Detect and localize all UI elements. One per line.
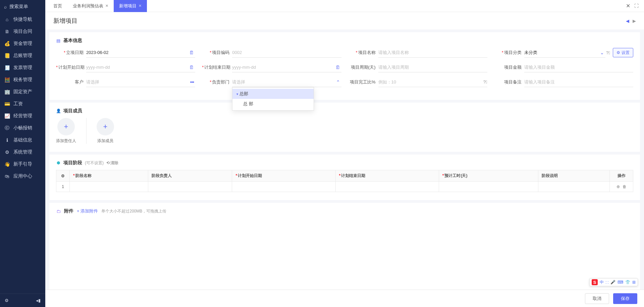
sidebar-search[interactable]: ⌕ 搜索菜单: [0, 0, 45, 13]
cell-desc[interactable]: [538, 182, 609, 192]
cell-plan-start[interactable]: [232, 182, 335, 192]
ime-skin-icon[interactable]: 👕: [625, 280, 630, 285]
remark-input[interactable]: [524, 77, 633, 87]
cell-name[interactable]: [70, 182, 148, 192]
plan-end-input[interactable]: 🗓: [232, 62, 341, 72]
settings-icon[interactable]: ⚙: [5, 298, 9, 303]
ime-punct-icon[interactable]: ⸬: [606, 280, 608, 285]
sidebar-item-invoice[interactable]: 🧾发票管理: [0, 62, 45, 74]
customer-select[interactable]: 请选择 •••: [86, 77, 195, 87]
add-row-icon[interactable]: ⊕: [616, 184, 620, 189]
dropdown-option[interactable]: ▾ 总部: [232, 89, 314, 99]
name-field[interactable]: [378, 50, 487, 55]
form-icon: ▤: [56, 38, 61, 43]
field-category: *项目分类 未分类 ⌄ ?⃝ ⚙设置: [494, 48, 633, 58]
help-icon[interactable]: ?⃝: [483, 79, 487, 84]
th-owner: 阶段负责人: [148, 170, 232, 182]
cell-plan-end[interactable]: [335, 182, 439, 192]
chevron-down-icon[interactable]: ⌄: [599, 50, 605, 55]
code-field[interactable]: [232, 50, 341, 55]
sidebar-item-basic[interactable]: ℹ基础信息: [0, 134, 45, 146]
close-icon[interactable]: ✕: [105, 4, 108, 8]
config-button[interactable]: ⚙设置: [613, 48, 633, 57]
category-select[interactable]: 未分类 ⌄: [524, 48, 605, 58]
fullscreen-icon[interactable]: ⛶: [634, 3, 639, 8]
cancel-button[interactable]: 取消: [585, 293, 609, 304]
collapse-icon[interactable]: ◂▮: [36, 298, 41, 303]
date-input[interactable]: 2023-06-02 🗓: [86, 48, 195, 58]
section-title: 项目阶段: [63, 160, 82, 166]
plan-start-input[interactable]: 🗓: [86, 62, 195, 72]
next-icon[interactable]: ▶: [633, 18, 636, 23]
option-label: 总部: [239, 91, 248, 97]
th-gear[interactable]: ⚙: [56, 170, 70, 182]
sidebar-item-asset[interactable]: 🏢固定资产: [0, 86, 45, 98]
search-icon: ⌕: [4, 4, 7, 9]
ime-badge[interactable]: S 中 ⸬ 🎤 ⌨ 👕 ⊞: [589, 278, 638, 286]
cell-owner[interactable]: [148, 182, 232, 192]
ime-lang[interactable]: 中: [600, 280, 604, 285]
home-icon: ⌂: [4, 16, 10, 22]
add-owner-button[interactable]: +: [57, 118, 75, 135]
optional-hint: (可不设置): [85, 160, 104, 166]
tab-new-project[interactable]: 新增项目✕: [114, 0, 147, 12]
code-input[interactable]: [232, 48, 341, 58]
sidebar-item-ledger[interactable]: 📒总账管理: [0, 50, 45, 62]
document-icon: 🗎: [4, 28, 10, 35]
ime-grid-icon[interactable]: ⊞: [632, 280, 636, 285]
cell-hours[interactable]: [439, 182, 538, 192]
plan-end-field[interactable]: [232, 65, 334, 70]
sidebar-item-fund[interactable]: 💰资金管理: [0, 38, 45, 50]
plan-start-field[interactable]: [86, 65, 188, 70]
sidebar-item-tax[interactable]: 🧮税务管理: [0, 74, 45, 86]
page-title: 新增项目: [53, 17, 77, 25]
sidebar-item-salary[interactable]: 💳工资: [0, 98, 45, 110]
sidebar-item-guide[interactable]: 👋新手引导: [0, 158, 45, 170]
calendar-icon[interactable]: 🗓: [334, 65, 341, 70]
amount-field[interactable]: [524, 65, 633, 70]
sidebar-item-manage[interactable]: 📈经营管理: [0, 110, 45, 122]
progress-field[interactable]: [378, 79, 483, 84]
dept-select[interactable]: 请选择 ⌃ ▾ 总部 总 部: [232, 77, 341, 87]
add-member-button[interactable]: +: [97, 118, 114, 135]
add-owner: + 添加责任人: [56, 118, 76, 144]
tab-label: 业务利润预估表: [73, 3, 103, 9]
progress-input[interactable]: ?⃝: [378, 77, 487, 87]
clear-icon: ⟲: [106, 161, 110, 165]
folder-icon: 🗀: [56, 209, 61, 213]
tabs: 首页 业务利润预估表✕ 新增项目✕ ✕ ⛶: [45, 0, 644, 12]
clear-button[interactable]: ⟲清除: [106, 160, 118, 166]
sidebar-item-quicknav[interactable]: ⌂快捷导航: [0, 13, 45, 25]
add-attachment-button[interactable]: + 添加附件: [77, 208, 98, 214]
calendar-icon[interactable]: 🗓: [188, 65, 195, 70]
sidebar-item-expense[interactable]: ⓒ小畅报销: [0, 122, 45, 134]
cycle-field[interactable]: [378, 65, 487, 70]
amount-input[interactable]: [524, 62, 633, 72]
sidebar-item-contract[interactable]: 🗎项目合同: [0, 25, 45, 38]
hand-icon: 👋: [4, 161, 10, 167]
sidebar-item-label: 快捷导航: [13, 16, 32, 22]
save-button[interactable]: 保存: [613, 293, 637, 304]
sidebar-item-label: 基础信息: [13, 137, 32, 143]
sidebar-item-appstore[interactable]: 🛍应用中心: [0, 170, 45, 182]
chevron-up-icon[interactable]: ⌃: [335, 79, 341, 85]
remark-field[interactable]: [524, 79, 633, 84]
field-code: *项目编码: [202, 48, 341, 58]
more-icon[interactable]: •••: [189, 79, 196, 85]
cycle-input[interactable]: [378, 62, 487, 72]
ime-s-icon: S: [592, 279, 598, 285]
ime-keyboard-icon[interactable]: ⌨: [618, 280, 623, 285]
dropdown-option[interactable]: 总 部: [232, 99, 314, 109]
calendar-icon[interactable]: 🗓: [188, 50, 195, 55]
help-icon[interactable]: ?⃝: [606, 50, 610, 55]
close-all-icon[interactable]: ✕: [626, 3, 630, 9]
ime-mic-icon[interactable]: 🎤: [610, 280, 615, 285]
delete-row-icon[interactable]: 🗑: [623, 184, 627, 189]
close-icon[interactable]: ✕: [139, 4, 142, 8]
prev-icon[interactable]: ◀: [626, 18, 629, 23]
field-plan-end: *计划结束日期 🗓: [202, 62, 341, 72]
sidebar-item-system[interactable]: ⚙系统管理: [0, 146, 45, 158]
tab-home[interactable]: 首页: [48, 0, 67, 12]
name-input[interactable]: [378, 48, 487, 58]
tab-profit-report[interactable]: 业务利润预估表✕: [67, 0, 114, 12]
